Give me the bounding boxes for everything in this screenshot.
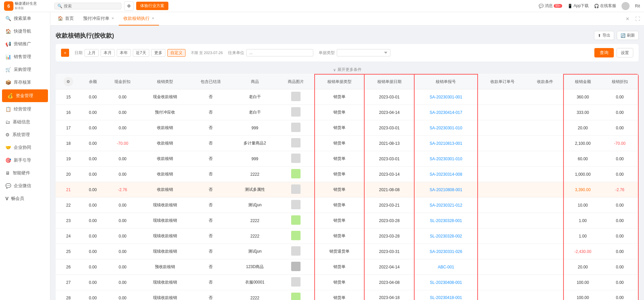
sidebar-item-basicinfo[interactable]: 🗂 基础信息 (0, 116, 50, 128)
table-row[interactable]: 24 0.00 0.00 现续收款核销 否 2222 销货单 2023-03-2… (56, 228, 638, 244)
cell-writeoff-type: 现续收款核销 (141, 244, 190, 259)
query-btn[interactable]: 查询 (594, 48, 614, 57)
col-settings-header[interactable]: ⚙ (56, 74, 81, 89)
doctype-select[interactable] (337, 49, 390, 56)
tab-prepay-close[interactable]: ✕ (111, 16, 114, 20)
top-search-box[interactable]: 🔍 (54, 3, 121, 9)
sidebar-item-system[interactable]: ⚙ 系统管理 (0, 128, 50, 141)
cell-doc-num[interactable]: SA-20230301-010 (414, 120, 478, 136)
date-this-year[interactable]: 本年 (117, 49, 131, 57)
cell-doc-num[interactable]: SA-20230314-008 (414, 167, 478, 182)
cell-doc-num[interactable]: SA-20230414-017 (414, 105, 478, 120)
cell-cash-discount: 0.00 (105, 105, 141, 120)
table-row[interactable]: 15 0.00 0.00 现金收款核销 否 老白干 销货单 2023-03-01… (56, 89, 638, 105)
table-row[interactable]: 18 0.00 -70.00 收款核销 否 多计量商品2 销货单 2021-08… (56, 136, 638, 151)
window-close-btn[interactable]: ✕ (624, 15, 631, 23)
cell-id: 21 (56, 182, 81, 198)
date-custom[interactable]: 自定义 (167, 49, 185, 57)
cell-doc-num[interactable]: SA-20230301-010 (414, 151, 478, 167)
tab-prepay-conflict[interactable]: 预付冲应付单 ✕ (78, 12, 119, 26)
tab-writeoff-close[interactable]: ✕ (152, 16, 154, 20)
cell-amount: 10.00 (564, 198, 601, 213)
cell-doc-num[interactable]: SL-20230328-001 (414, 213, 478, 228)
table-row[interactable]: 28 0.00 0.00 现续收款核销 否 2222 销货单 2023-04-1… (56, 290, 638, 300)
refresh-btn[interactable]: 🔄 刷新 (617, 31, 639, 40)
cell-doc-num[interactable]: SL-20230418-001 (414, 290, 478, 300)
cell-doc-num[interactable]: SA-20210813-001 (414, 136, 478, 151)
table-row[interactable]: 17 0.00 0.00 收款核销 否 999 销货单 2023-03-01 S… (56, 120, 638, 136)
cell-cash-discount: 0.00 (105, 213, 141, 228)
table-row[interactable]: 19 0.00 0.00 收款核销 否 999 销货单 2023-03-01 S… (56, 151, 638, 167)
cell-balance: 0.00 (81, 213, 105, 228)
cell-doc-num[interactable]: SA-20210808-001 (414, 182, 478, 198)
cell-cash-discount: 0.00 (105, 290, 141, 300)
table-row[interactable]: 16 0.00 0.00 预付冲应收 否 老白干 销货单 2023-04-14 … (56, 105, 638, 120)
cell-doc-num[interactable]: SA-20230331-026 (414, 244, 478, 259)
settings-gear-btn[interactable]: ⚙ (124, 1, 133, 11)
filter-settings-btn[interactable]: 设置 (616, 48, 633, 57)
notification-btn[interactable]: 💬 消息 99+ (539, 3, 562, 9)
newbie-icon: 🎯 (5, 158, 11, 163)
table-row[interactable]: 22 0.00 0.00 现续收款核销 否 测试jun 销货单 2023-03-… (56, 198, 638, 213)
window-maximize-btn[interactable]: ⛶ (634, 15, 641, 23)
table-row[interactable]: 27 0.00 0.00 现续收款核销 否 衣服00001 销货单 2023-0… (56, 275, 638, 290)
cell-doc-num[interactable]: SA-20230321-012 (414, 198, 478, 213)
sidebar-label-sales: 销售管理 (14, 54, 31, 60)
cell-doc-num[interactable]: SL-20230328-002 (414, 228, 478, 244)
user-avatar[interactable] (622, 2, 630, 10)
date-this-month[interactable]: 本月 (101, 49, 115, 57)
sidebar-label-newbie: 新手引导 (14, 157, 31, 163)
cell-doc-num[interactable]: SA-20230301-001 (414, 89, 478, 105)
sidebar-item-search[interactable]: 🔍 搜索菜单 (0, 12, 50, 25)
table-row[interactable]: 25 0.00 0.00 现续收款核销 否 测试jun 销货退货单 2023-0… (56, 244, 638, 259)
cell-goods-img (278, 290, 314, 300)
sidebar-item-inventory[interactable]: 📦 库存核算 (0, 76, 50, 89)
cell-balance: 0.00 (81, 275, 105, 290)
partner-label: 往来单位 (228, 50, 244, 56)
sidebar-item-purchase[interactable]: 🛒 采购管理 (0, 63, 50, 76)
sidebar-item-vip[interactable]: V 畅会员 (0, 192, 50, 205)
sidebar-item-sales[interactable]: 📊 销售管理 (0, 50, 50, 63)
cell-goods: 999 (232, 151, 278, 167)
date-more[interactable]: 更多 (151, 49, 165, 57)
sidebar-item-finance[interactable]: 💰 资金管理 (2, 89, 48, 102)
cell-doc-num[interactable]: ABC-001 (414, 259, 478, 275)
online-service-btn[interactable]: 🎧 在线客服 (594, 3, 616, 9)
cell-goods-img (278, 228, 314, 244)
cell-receipt-condition (527, 259, 564, 275)
sidebar-item-corp-collab[interactable]: 🤝 企业协同 (0, 141, 50, 154)
sidebar-item-business[interactable]: 📋 经营管理 (0, 103, 50, 116)
tab-home[interactable]: 🏠 首页 (53, 12, 78, 26)
table-row[interactable]: 20 0.00 0.00 收款核销 否 2222 销货单 2023-03-14 … (56, 167, 638, 182)
sidebar-item-marketing[interactable]: 📢 营销推广 (0, 38, 50, 50)
cell-doc-num[interactable]: SL-20230408-001 (414, 275, 478, 290)
filter-expand-btn[interactable]: » (61, 49, 69, 57)
cell-discount: 0.00 (602, 120, 638, 136)
partner-input[interactable] (246, 49, 313, 56)
cell-cash-discount: -70.00 (105, 136, 141, 151)
cell-doc-type: 销货单 (315, 290, 365, 300)
search-input[interactable] (64, 4, 114, 8)
app-download-btn[interactable]: 📱 App下载 (568, 3, 589, 9)
cell-receipt-condition (527, 120, 564, 136)
tab-collection-writeoff[interactable]: 收款核销执行 ✕ (119, 12, 159, 26)
table-row[interactable]: 23 0.00 0.00 现续收款核销 否 2222 销货单 2023-03-2… (56, 213, 638, 228)
cell-id: 22 (56, 198, 81, 213)
date-last-7days[interactable]: 近7天 (133, 49, 149, 57)
export-btn[interactable]: ⬆ 导出 (594, 31, 614, 40)
cell-receipt-condition (527, 244, 564, 259)
data-table: ⚙ 余额 现金折扣 核销类型 包含已结清 商品 商品图片 核销单据类型 核销单据… (56, 74, 639, 300)
table-row[interactable]: 26 0.00 0.00 预收款核销 否 123D商品 销货单 2022-04-… (56, 259, 638, 275)
sidebar-item-wechat[interactable]: 💬 企业微信 (0, 179, 50, 192)
table-row[interactable]: 21 0.00 -2.76 收款核销 否 测试多属性 销货单 2021-08-0… (56, 182, 638, 198)
date-last-month[interactable]: 上月 (85, 49, 99, 57)
sidebar-item-quicknav[interactable]: 🏠 快捷导航 (0, 25, 50, 38)
expand-more-conditions[interactable]: ∨ 展开更多条件 (56, 66, 639, 74)
cell-doc-date: 2021-08-08 (364, 182, 414, 198)
cell-discount: 0.00 (602, 244, 638, 259)
logo-badge: 标准版 (15, 6, 37, 10)
sidebar-item-smarthw[interactable]: 🖥 智能硬件 (0, 167, 50, 179)
sidebar-item-newbie[interactable]: 🎯 新手引导 (0, 154, 50, 167)
industry-btn[interactable]: 体验行业方案 (136, 2, 168, 10)
refresh-icon: 🔄 (621, 33, 626, 38)
